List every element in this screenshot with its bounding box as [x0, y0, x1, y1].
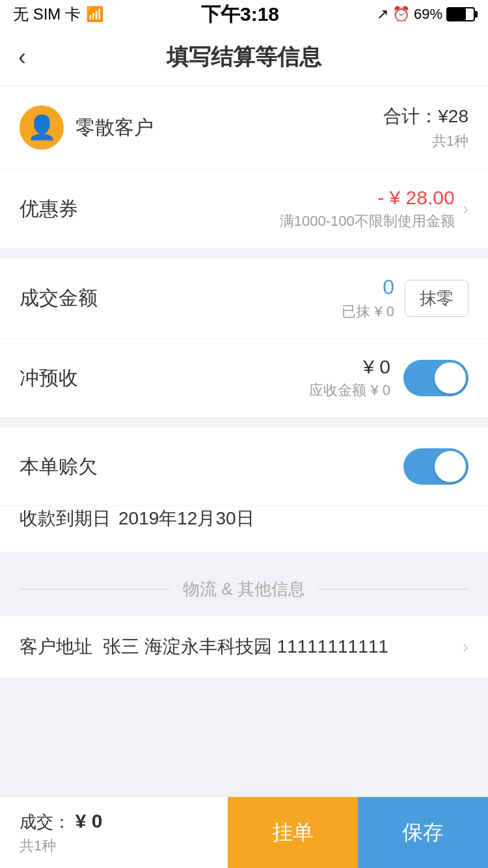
- due-date-label: 收款到期日: [20, 506, 111, 531]
- logistics-divider: 物流 & 其他信息: [0, 562, 488, 616]
- address-chevron-icon: ›: [463, 636, 468, 657]
- alarm-icon: ⏰: [392, 6, 410, 23]
- customer-total: 合计：¥28 共1种: [383, 104, 468, 151]
- precollect-value: ¥ 0: [309, 356, 390, 378]
- customer-name: 零散客户: [75, 115, 154, 141]
- total-amount: 合计：¥28: [383, 104, 468, 129]
- bottom-summary: 成交： ¥ 0 共1种: [0, 810, 228, 856]
- precollect-right: ¥ 0 应收金额 ¥ 0: [309, 356, 468, 400]
- back-button[interactable]: ‹: [18, 44, 26, 71]
- status-left: 无 SIM 卡 📶: [13, 4, 103, 25]
- bottom-summary-top: 成交： ¥ 0: [20, 810, 208, 834]
- customer-section: 👤 零散客户 合计：¥28 共1种 优惠券 - ¥ 28.00 满1000-10…: [0, 86, 488, 248]
- status-time: 下午3:18: [201, 1, 279, 28]
- summary-label: 成交：: [20, 812, 70, 832]
- bottom-btn-group: 挂单 保存: [228, 797, 488, 868]
- customer-left: 👤 零散客户: [20, 105, 154, 150]
- coupon-row[interactable]: 优惠券 - ¥ 28.00 满1000-100不限制使用金额 ›: [0, 169, 488, 248]
- due-date-row: 收款到期日 2019年12月30日: [0, 506, 488, 552]
- summary-count: 共1种: [20, 836, 208, 856]
- avatar: 👤: [20, 105, 64, 150]
- toggle-knob: [435, 362, 466, 394]
- transaction-value: 0: [342, 275, 394, 299]
- debt-row: 本单赊欠: [0, 427, 488, 506]
- nav-bar: ‹ 填写结算等信息: [0, 29, 488, 86]
- content-area: 👤 零散客户 合计：¥28 共1种 优惠券 - ¥ 28.00 满1000-10…: [0, 86, 488, 779]
- total-count: 共1种: [383, 131, 468, 151]
- amount-col: 0 已抹 ¥ 0: [342, 275, 394, 321]
- debt-label: 本单赊欠: [20, 454, 98, 480]
- transaction-sub: 已抹 ¥ 0: [342, 302, 394, 321]
- transaction-right: 0 已抹 ¥ 0 抹零: [342, 275, 468, 321]
- debt-toggle-knob: [435, 451, 466, 482]
- divider-line-left: [20, 589, 170, 590]
- coupon-label: 优惠券: [20, 196, 78, 223]
- address-section: 客户地址 张三 海淀永丰科技园 11111111111 ›: [0, 616, 488, 677]
- address-label: 客户地址: [20, 634, 92, 659]
- logistics-label: 物流 & 其他信息: [183, 578, 305, 601]
- status-right: ↗ ⏰ 69%: [377, 6, 475, 23]
- status-bar: 无 SIM 卡 📶 下午3:18 ↗ ⏰ 69%: [0, 0, 488, 29]
- precollect-sub: 应收金额 ¥ 0: [309, 381, 390, 400]
- transaction-amount-row: 成交金额 0 已抹 ¥ 0 抹零: [0, 258, 488, 338]
- round-button[interactable]: 抹零: [405, 280, 468, 317]
- precollect-label: 冲预收: [20, 365, 78, 392]
- precollect-amount: ¥ 0 应收金额 ¥ 0: [309, 356, 390, 400]
- carrier-text: 无 SIM 卡: [13, 4, 81, 25]
- coupon-desc: 满1000-100不限制使用金额: [280, 211, 455, 231]
- battery-icon: [446, 7, 475, 21]
- hold-button[interactable]: 挂单: [228, 797, 358, 868]
- precollect-toggle[interactable]: [403, 360, 468, 396]
- battery-fill: [448, 8, 466, 20]
- bottom-bar: 成交： ¥ 0 共1种 挂单 保存: [0, 796, 488, 868]
- page-title: 填写结算等信息: [167, 42, 321, 72]
- debt-section: 本单赊欠 收款到期日 2019年12月30日: [0, 427, 488, 552]
- battery-percent: 69%: [414, 6, 442, 23]
- debt-toggle[interactable]: [403, 448, 468, 485]
- address-value: 张三 海淀永丰科技园 11111111111: [103, 634, 388, 659]
- address-row[interactable]: 客户地址 张三 海淀永丰科技园 11111111111 ›: [0, 616, 488, 677]
- transaction-label: 成交金额: [20, 285, 98, 312]
- coupon-discount: - ¥ 28.00: [280, 187, 455, 209]
- due-date-value: 2019年12月30日: [118, 506, 254, 531]
- coupon-info: - ¥ 28.00 满1000-100不限制使用金额: [280, 187, 455, 231]
- location-icon: ↗: [377, 6, 388, 23]
- address-left: 客户地址 张三 海淀永丰科技园 11111111111: [20, 634, 388, 659]
- coupon-right: - ¥ 28.00 满1000-100不限制使用金额 ›: [280, 187, 468, 231]
- wifi-icon: 📶: [86, 6, 103, 23]
- divider-line-right: [318, 589, 468, 590]
- customer-row: 👤 零散客户 合计：¥28 共1种: [0, 86, 488, 169]
- save-button[interactable]: 保存: [358, 797, 488, 868]
- summary-amount: ¥ 0: [75, 810, 103, 832]
- precollect-row: 冲预收 ¥ 0 应收金额 ¥ 0: [0, 338, 488, 417]
- transaction-section: 成交金额 0 已抹 ¥ 0 抹零 冲预收 ¥ 0 应收金额 ¥ 0: [0, 258, 488, 417]
- chevron-right-icon: ›: [463, 198, 468, 219]
